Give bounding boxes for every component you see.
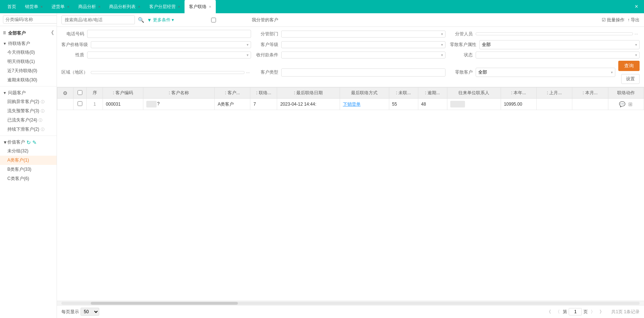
nav-customer-tier[interactable]: 客户分层经营 × [145, 0, 185, 13]
search-button[interactable]: 查询 [618, 61, 640, 71]
last-page-button[interactable]: 》 [598, 308, 605, 316]
col-last-method[interactable]: 最后联络方式 [340, 88, 389, 99]
sidebar-item-tomorrow-pending[interactable]: 明天待联络(1) [0, 57, 57, 66]
close-all-button[interactable]: × [632, 3, 641, 10]
row-last-date: 2023-04-12 14:44: [277, 99, 340, 110]
manager-input[interactable] [476, 32, 633, 35]
sidebar-item-7day-pending[interactable]: 近7天待联络(0) [0, 66, 57, 75]
filter-icon: ▼ [147, 17, 152, 23]
nav-home[interactable]: 首页 [3, 0, 21, 13]
filter-customer-level: 客户等级 ▾ [255, 40, 445, 49]
region-dots-icon[interactable]: ··· [244, 70, 251, 75]
col-last-month[interactable]: : 上月... [536, 88, 572, 99]
settings-button[interactable]: 设置 [621, 74, 640, 84]
search-icon[interactable]: 🔍 [138, 17, 144, 23]
col-contact-person[interactable]: 往来单位联系人 [447, 88, 501, 99]
first-page-button[interactable]: 《 [545, 308, 552, 316]
col-this-month[interactable]: : 本月... [572, 88, 608, 99]
nature-select[interactable]: ▾ [87, 52, 251, 59]
nav-product-analysis-list[interactable]: 商品分析列表 × [105, 0, 144, 13]
close-customer-tier-icon[interactable]: × [178, 4, 180, 9]
sidebar-group-pending[interactable]: ▼ 待联络客户 [0, 39, 57, 48]
col-seq: 序 [87, 88, 103, 99]
phone-input[interactable] [87, 30, 251, 38]
my-customer-checkbox[interactable]: 我分管的客户 [177, 17, 278, 23]
sidebar-item-churn-warning[interactable]: 流失预警客户(3)ⓘ [0, 106, 57, 116]
filter-more-button[interactable]: ▼ 更多条件 ▾ [147, 17, 174, 23]
customer-type-input[interactable] [281, 68, 445, 77]
close-product-analysis-list-icon[interactable]: × [138, 4, 140, 9]
sidebar-group-problem[interactable]: ▼ 问题客户 [0, 88, 57, 97]
sidebar-item-declining[interactable]: 持续下滑客户(2)ⓘ [0, 125, 57, 134]
select-all-checkbox[interactable] [78, 90, 82, 95]
sidebar-item-unclassified[interactable]: 未分组(32) [0, 146, 57, 156]
sidebar-item-class-c[interactable]: C类客户(6) [0, 174, 57, 183]
export-button[interactable]: ↑ 导出 [627, 17, 640, 23]
my-customer-check[interactable] [177, 18, 250, 22]
prev-page-button[interactable]: 〈 [554, 308, 561, 316]
sidebar-collapse-icon[interactable]: 《 [49, 30, 54, 36]
nav-customer-contact[interactable]: 客户联络 × [185, 0, 215, 13]
sidebar-search-input[interactable] [3, 15, 57, 24]
manager-dots-icon[interactable]: ··· [633, 31, 640, 36]
sidebar-item-repurchase-abnormal[interactable]: 回购异常客户(2)ⓘ [0, 97, 57, 106]
col-checkbox[interactable] [73, 88, 86, 99]
status-select[interactable]: ▾ [476, 52, 640, 59]
toolbar-right-actions: ☑ 批量操作 ↑ 导出 [602, 17, 640, 23]
chevron-down-icon-7: ▾ [635, 53, 637, 57]
last-method-link[interactable]: 下销货单 [343, 102, 361, 107]
nav-product-analysis[interactable]: 商品分析 × [74, 0, 105, 13]
row-checkbox-cell[interactable] [73, 99, 86, 110]
refresh-icon[interactable]: ↻ [26, 139, 31, 145]
page-input[interactable] [569, 308, 582, 315]
row-action-icons: 💬 ⊞ [611, 101, 641, 107]
per-page-select[interactable]: 50 100 200 [80, 308, 99, 316]
col-not-contact[interactable]: : 未联... [389, 88, 418, 99]
col-name[interactable]: : 客户名称 [143, 88, 215, 99]
grid-action-icon[interactable]: ⊞ [628, 101, 633, 107]
scatter-customer-select[interactable]: 全部 ▾ [476, 68, 615, 77]
payment-select[interactable]: ▾ [281, 52, 445, 59]
next-page-button[interactable]: 〉 [589, 308, 597, 316]
search-input[interactable] [61, 15, 135, 24]
col-code[interactable]: : 客户编码 [103, 88, 143, 99]
edit-icon[interactable]: ✎ [32, 139, 37, 145]
col-overdue[interactable]: : 逾期... [418, 88, 447, 99]
message-icon[interactable]: 💬 [619, 101, 625, 107]
gear-icon[interactable]: ⚙ [63, 90, 68, 96]
close-sales-icon[interactable]: × [40, 4, 43, 9]
dept-select[interactable]: ▾ [281, 31, 445, 38]
sidebar-all-customers[interactable]: ⠿ 全部客户 《 [0, 28, 57, 39]
sidebar: 🔍 ⠿ 全部客户 《 ▼ 待联络客户 今天待联络(0) 明天待联络(1) 近7天… [0, 13, 57, 318]
row-overdue: 48 [418, 99, 447, 110]
row-checkbox[interactable] [78, 101, 82, 106]
grid-icon: ⠿ [3, 31, 6, 36]
close-purchase-icon[interactable]: × [67, 4, 69, 9]
row-action-cell: 💬 ⊞ [608, 99, 644, 110]
col-last-date[interactable]: : 最后联络日期 [277, 88, 340, 99]
col-this-year[interactable]: : 本年... [501, 88, 536, 99]
close-product-analysis-icon[interactable]: × [98, 4, 100, 9]
batch-op-button[interactable]: ☑ 批量操作 [602, 17, 625, 23]
col-type[interactable]: : 客户... [215, 88, 250, 99]
sidebar-item-today-pending[interactable]: 今天待联络(0) [0, 48, 57, 57]
nav-sales[interactable]: 销货单 × [21, 0, 47, 13]
per-page-control: 每页显示 50 100 200 [61, 308, 99, 316]
sidebar-item-class-a[interactable]: A类客户(1) [0, 156, 57, 165]
scrollbar-thumb[interactable] [91, 302, 238, 305]
sidebar-item-churned[interactable]: 已流失客户(24)ⓘ [0, 116, 57, 125]
horizontal-scrollbar[interactable] [57, 301, 644, 305]
nav-purchase[interactable]: 进货单 × [47, 0, 74, 13]
sidebar-item-overdue-contact[interactable]: 逾期未联络(30) [0, 75, 57, 85]
scatter-attr-select[interactable]: 全部 ▾ [479, 40, 640, 49]
close-customer-contact-icon[interactable]: × [209, 4, 211, 9]
sidebar-item-class-b[interactable]: B类客户(33) [0, 165, 57, 174]
col-contact[interactable]: : 联络... [250, 88, 277, 99]
price-level-select[interactable]: ▾ [91, 41, 251, 48]
footer: 每页显示 50 100 200 《 〈 第 页 〉 》 共1页 1条记录 [57, 305, 644, 318]
region-select[interactable] [91, 71, 244, 74]
customer-level-select[interactable]: ▾ [281, 41, 445, 48]
chevron-down-icon-2: ▾ [247, 43, 248, 47]
col-gear[interactable]: ⚙ [57, 88, 74, 99]
chevron-down-icon-6: ▾ [441, 53, 443, 57]
